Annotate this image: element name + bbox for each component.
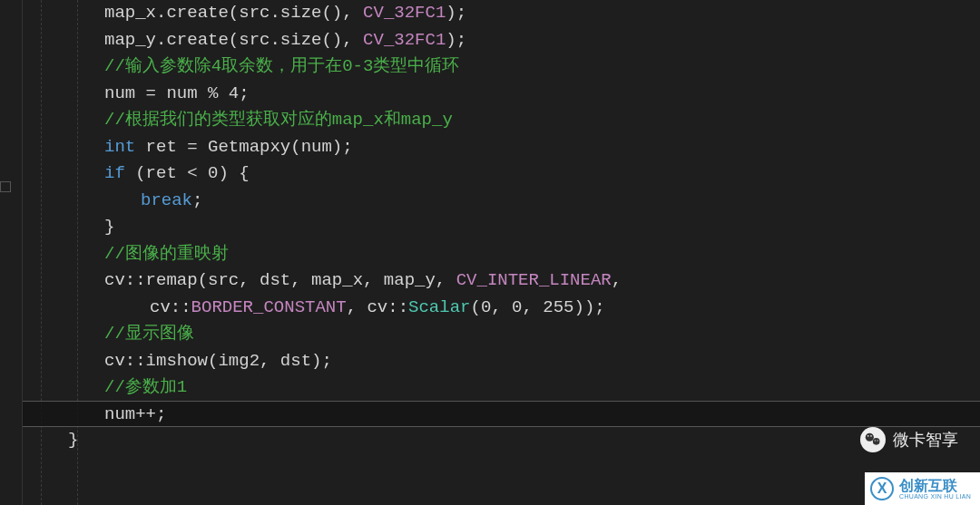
code-line: num = num % 4; (23, 81, 980, 108)
watermark-logo-icon: X (870, 477, 894, 500)
wechat-label: 微卡智享 (893, 429, 958, 451)
watermark-subtext: CHUANG XIN HU LIAN (899, 493, 971, 500)
code-line: } (23, 427, 980, 454)
code-line-comment: //参数加1 (23, 374, 980, 402)
editor-gutter (0, 0, 23, 505)
code-line: map_y.create(src.size(), CV_32FC1); (23, 27, 980, 54)
svg-point-0 (866, 433, 874, 442)
code-line: } (23, 214, 980, 241)
wechat-badge: 微卡智享 (860, 427, 958, 452)
code-line-comment: //图像的重映射 (23, 241, 980, 268)
svg-point-1 (873, 438, 880, 445)
watermark: X 创新互联 CHUANG XIN HU LIAN (865, 472, 980, 505)
svg-point-4 (875, 440, 876, 441)
code-line: cv::remap(src, dst, map_x, map_y, CV_INT… (23, 267, 980, 295)
code-line: cv::imshow(img2, dst); (23, 348, 980, 375)
code-line-comment: //根据我们的类型获取对应的map_x和map_y (23, 107, 980, 134)
code-line: if (ret < 0) { (23, 160, 980, 188)
code-line-comment: //显示图像 (23, 321, 980, 348)
code-editor[interactable]: map_x.create(src.size(), CV_32FC1); map_… (23, 0, 980, 454)
watermark-text: 创新互联 (899, 479, 971, 493)
code-line-current: num++; (23, 401, 980, 428)
fold-marker-icon[interactable] (0, 181, 11, 192)
code-line-comment: //输入参数除4取余数，用于在0-3类型中循环 (23, 53, 980, 81)
svg-point-2 (867, 435, 869, 437)
code-line: break; (23, 188, 980, 215)
wechat-icon (860, 427, 886, 452)
code-line: map_x.create(src.size(), CV_32FC1); (23, 0, 980, 27)
code-line: int ret = Getmapxy(num); (23, 134, 980, 161)
code-line: cv::BORDER_CONSTANT, cv::Scalar(0, 0, 25… (23, 295, 980, 322)
svg-point-5 (877, 440, 877, 441)
svg-point-3 (870, 435, 872, 437)
